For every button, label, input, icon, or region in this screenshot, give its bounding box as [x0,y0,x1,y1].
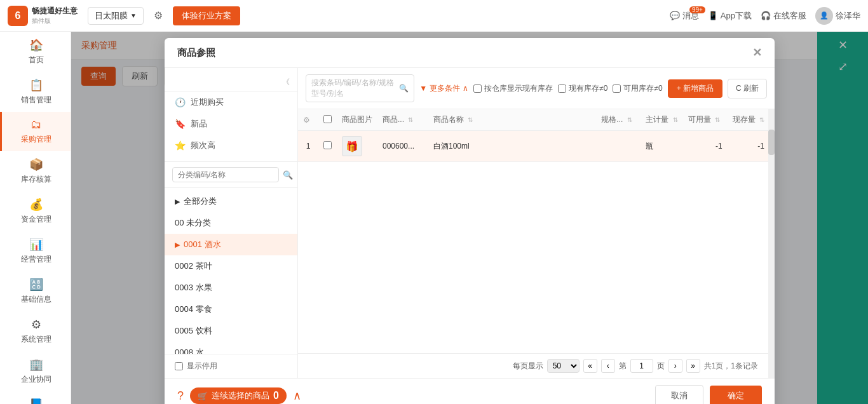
cart-area[interactable]: 🛒 连续选择的商品 0 [190,387,287,404]
basic-icon: 🔠 [29,278,43,292]
sidebar-item-business[interactable]: 📊 经营管理 [0,231,71,271]
search-placeholder-text: 搜索条码/编码/名称/规格型号/别名 [311,77,395,99]
sort-icon-code: ⇅ [408,116,413,123]
sidebar-item-system[interactable]: ⚙ 系统管理 [0,311,71,351]
page-word2: 页 [657,361,665,372]
show-disabled-row: 显示停用 [165,354,297,378]
col-header-num: ⚙ [298,109,318,131]
more-filter-btn[interactable]: ▼ 更多条件 ∧ [419,83,468,94]
trial-button[interactable]: 体验行业方案 [173,6,240,25]
sidebar-item-finance[interactable]: 💰 资金管理 [0,191,71,231]
warehouse-filter-label[interactable]: 按仓库显示现有库存 [473,83,553,94]
category-item-0005[interactable]: 0005 饮料 [165,320,297,342]
content-area: 采购管理 查询 刷新 设置 ✕ ⤢ 商品参照 ✕ [71,32,868,404]
scrollbar-thumb[interactable] [768,130,775,155]
sidebar: 🏠 首页 📋 销售管理 🗂 采购管理 📦 库存核算 💰 资金管理 📊 经营管理 … [0,32,71,404]
select-all-checkbox[interactable] [323,115,332,123]
help-icon[interactable]: ? [177,389,184,403]
sidebar-item-enterprise[interactable]: 🏢 企业协同 [0,351,71,391]
message-icon: 💬 [670,11,680,20]
category-item-0008[interactable]: 0008 水 [165,342,297,354]
mobile-icon: 📱 [708,11,718,20]
frequent-icon: ⭐ [175,140,186,151]
category-search-input[interactable] [172,167,279,182]
current-stock-checkbox[interactable] [558,84,566,93]
collapse-left-btn[interactable]: 《 [280,76,292,88]
tab-recent[interactable]: 🕐 近期购买 [165,91,297,113]
warehouse-filter-checkbox[interactable] [473,84,482,93]
sidebar-item-sales[interactable]: 📋 销售管理 [0,72,71,112]
footer-right: 取消 确定 [655,385,762,404]
category-item-0003[interactable]: 0003 水果 [165,277,297,299]
refresh-btn[interactable]: C 刷新 [728,79,767,98]
sidebar-item-home[interactable]: 🏠 首页 [0,32,71,72]
prev-page-btn[interactable]: ‹ [601,359,615,373]
logo-icon: 6 [8,6,28,26]
show-disabled-checkbox[interactable] [175,362,183,370]
col-header-spec[interactable]: 规格... ⇅ [596,109,641,131]
page-size-label: 每页显示 [513,361,543,372]
current-stock-filter-label[interactable]: 现有库存≠0 [558,83,607,94]
col-header-stock[interactable]: 现存量 ⇅ [728,109,775,131]
online-service-btn[interactable]: 🎧 在线客服 [761,10,806,22]
finance-icon: 💰 [29,198,43,212]
filter-icon: ▼ [419,84,427,93]
tab-new[interactable]: 🔖 新品 [165,113,297,135]
category-item-all[interactable]: ▶ 全部分类 [165,191,297,212]
category-search-icon[interactable]: 🔍 [283,170,293,180]
category-item-00[interactable]: 00 未分类 [165,212,297,234]
table-row[interactable]: 1 🎁 [298,131,775,162]
add-product-btn[interactable]: + 新增商品 [668,79,722,98]
table-area: ⚙ 商品图片 [298,109,775,378]
category-item-0004[interactable]: 0004 零食 [165,299,297,320]
main-layout: 🏠 首页 📋 销售管理 🗂 采购管理 📦 库存核算 💰 资金管理 📊 经营管理 … [0,32,868,404]
cell-spec [596,131,641,162]
recent-icon: 🕐 [175,97,186,107]
modal-header: 商品参照 ✕ [165,38,775,68]
messages-btn[interactable]: 💬 消息 99+ [670,10,699,22]
quick-filter-tabs: 《 🕐 近期购买 🔖 新品 ⭐ [165,68,297,162]
next-page-btn[interactable]: › [668,359,682,373]
modal-close-button[interactable]: ✕ [752,46,762,60]
available-stock-filter-label[interactable]: 可用库存≠0 [613,83,662,94]
sidebar-item-basic[interactable]: 🔠 基础信息 [0,271,71,311]
search-icon[interactable]: 🔍 [399,84,409,93]
product-search-box[interactable]: 搜索条码/编码/名称/规格型号/别名 🔍 [306,74,414,102]
cancel-button[interactable]: 取消 [655,385,703,404]
collapse-footer-icon[interactable]: ∧ [293,389,301,403]
user-menu[interactable]: 👤 徐泽华 [815,7,860,25]
app-download-btn[interactable]: 📱 App下载 [708,10,752,22]
category-item-0001[interactable]: ▶ 0001 酒水 [165,234,297,255]
sidebar-item-inventory[interactable]: 📦 库存核算 [0,151,71,191]
sales-icon: 📋 [29,78,43,92]
tab-frequent[interactable]: ⭐ 频次高 [165,135,297,156]
confirm-button[interactable]: 确定 [710,386,762,404]
chevron-down-icon: ▼ [130,12,137,19]
col-header-code[interactable]: 商品... ⇅ [377,109,428,131]
settings-icon[interactable]: ⚙ [303,116,310,125]
headset-icon: 🎧 [761,11,771,20]
sidebar-item-purchase[interactable]: 🗂 采购管理 [0,112,71,151]
cell-check[interactable] [318,131,337,162]
page-size-select[interactable]: 50 100 [547,359,580,373]
category-item-0002[interactable]: 0002 茶叶 [165,255,297,277]
page-number-input[interactable] [630,359,653,373]
row-checkbox[interactable] [323,141,332,149]
collapse-row: 《 [165,73,297,91]
col-header-name[interactable]: 商品名称 ⇅ [428,109,596,131]
sort-icon-name: ⇅ [468,116,473,123]
nav-store-dropdown[interactable]: 日太阳膜 ▼ [88,7,144,25]
scrollbar-track[interactable] [768,109,775,378]
sidebar-item-guide[interactable]: 📘 新手引导 [0,391,71,404]
arrow-0001: ▶ [175,241,180,249]
new-icon: 🔖 [175,119,186,129]
logo-text: 畅捷通好生意 插件版 [32,6,78,25]
product-reference-modal: 商品参照 ✕ 《 🕐 近期购买 [165,38,775,404]
settings-icon[interactable]: ⚙ [149,6,168,25]
first-page-btn[interactable]: « [583,359,597,373]
available-stock-checkbox[interactable] [613,84,621,93]
last-page-btn[interactable]: » [686,359,700,373]
cell-stock: -1 [728,131,775,162]
col-header-available[interactable]: 可用量 ⇅ [683,109,728,131]
col-header-unit[interactable]: 主计量 ⇅ [641,109,682,131]
